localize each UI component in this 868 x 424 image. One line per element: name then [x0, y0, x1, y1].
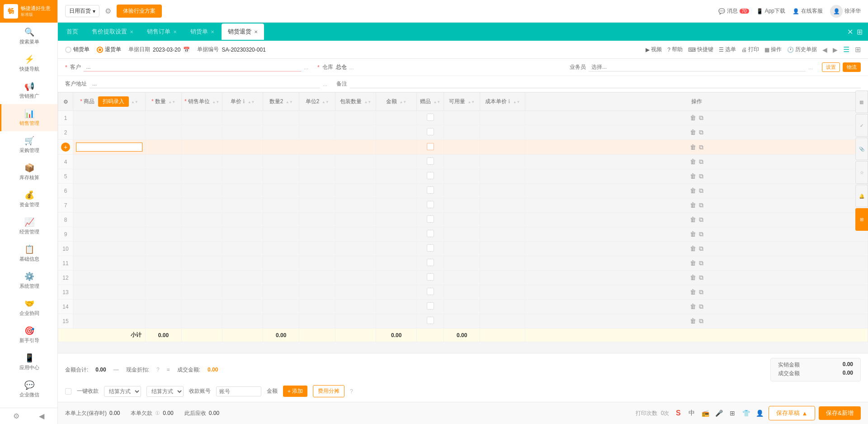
gift-checkbox-15[interactable]	[427, 317, 434, 324]
app-download-btn[interactable]: 📱 App下载	[756, 7, 785, 15]
tab-menu-icon[interactable]: ⊞	[857, 28, 863, 36]
row-3-unit[interactable]	[182, 140, 222, 155]
salesperson-input[interactable]	[589, 63, 806, 71]
price-info-icon[interactable]: ℹ	[243, 98, 245, 105]
discount-info-icon[interactable]: ?	[156, 367, 160, 373]
fee-help-icon[interactable]: ?	[350, 388, 353, 395]
tab-price-settings-close-icon[interactable]: ✕	[130, 29, 133, 34]
right-panel-btn-2[interactable]: ✓	[855, 114, 868, 137]
row-9-copy-icon[interactable]: ⧉	[699, 230, 703, 238]
gift-checkbox-6[interactable]	[427, 186, 434, 194]
row-6-delete-icon[interactable]: 🗑	[690, 187, 696, 195]
video-btn[interactable]: ▶ 视频	[646, 46, 662, 53]
amount-sort-icon[interactable]: ▲▼	[399, 100, 406, 104]
tab-close-all-icon[interactable]: ✕	[847, 28, 853, 36]
row-1-gift[interactable]	[417, 111, 444, 125]
one-key-payment-checkbox[interactable]	[65, 388, 71, 395]
row-2-unit[interactable]	[182, 125, 222, 140]
footer-icon-6[interactable]: 👕	[741, 408, 751, 419]
save-draft-button[interactable]: 保存草稿 ▲	[769, 406, 815, 420]
right-panel-btn-5[interactable]: 🔔	[855, 185, 868, 207]
row-3-copy-icon[interactable]: ⧉	[699, 143, 703, 151]
sidebar-settings-icon[interactable]: ⚙	[13, 412, 19, 420]
select-order-btn[interactable]: ☰ 选单	[719, 46, 736, 53]
add-payment-button[interactable]: + 添加	[283, 386, 307, 397]
sidebar-collapse-icon[interactable]: ◀	[39, 412, 44, 420]
sidebar-item-shortcut[interactable]: ⚡ 快捷导航	[0, 50, 57, 77]
gear-settings-icon[interactable]: ⚙	[63, 99, 68, 105]
row-1-delete-icon[interactable]: 🗑	[690, 114, 696, 122]
sidebar-item-guide[interactable]: 🎯 新手引导	[0, 321, 57, 348]
calc-method-select[interactable]: 结算方式	[146, 386, 184, 397]
tab-home[interactable]: 首页	[60, 24, 85, 40]
settlement-method-select[interactable]: 结算方式	[104, 386, 141, 397]
user-profile-btn[interactable]: 👤 徐泽华	[830, 5, 861, 18]
history-btn[interactable]: 🕐 历史单据	[787, 46, 817, 53]
row-4-copy-icon[interactable]: ⧉	[699, 158, 703, 166]
row-2-gift[interactable]	[417, 125, 444, 140]
view-grid-icon[interactable]: ⊞	[855, 45, 861, 54]
row-2-delete-icon[interactable]: 🗑	[690, 129, 696, 136]
sidebar-item-operations[interactable]: 📈 经营管理	[0, 213, 57, 240]
save-new-button[interactable]: 保存&新增	[819, 406, 861, 420]
gift-checkbox-4[interactable]	[427, 157, 434, 165]
next-doc-icon[interactable]: ▶	[833, 46, 838, 53]
sidebar-item-wechat[interactable]: 💬 企业微信	[0, 376, 57, 403]
sidebar-item-apps[interactable]: 📱 应用中心	[0, 348, 57, 376]
price-sort-icon[interactable]: ▲▼	[248, 100, 255, 104]
row-8-copy-icon[interactable]: ⧉	[699, 216, 703, 224]
tab-sales-return-close-icon[interactable]: ✕	[254, 29, 258, 34]
row-2-amount[interactable]	[376, 125, 417, 140]
remark-input[interactable]	[350, 80, 861, 88]
unit2-sort-icon[interactable]: ▲▼	[322, 100, 329, 104]
gift-checkbox-2[interactable]	[427, 128, 434, 135]
logistics-button[interactable]: 物流	[843, 62, 861, 72]
gift-checkbox-12[interactable]	[427, 273, 434, 281]
tab-sales-order[interactable]: 销售订单 ✕	[141, 24, 183, 40]
cost-sort-icon[interactable]: ▲▼	[513, 100, 520, 104]
gift-checkbox-7[interactable]	[427, 201, 434, 208]
cost-info-icon[interactable]: ℹ	[508, 98, 510, 105]
right-panel-btn-3[interactable]: 📎	[855, 138, 868, 160]
print-btn[interactable]: 🖨 打印	[741, 46, 759, 53]
settings-button[interactable]: 设置	[822, 62, 840, 72]
gift-checkbox-10[interactable]	[427, 244, 434, 252]
goods-sort-icon[interactable]: ▲▼	[131, 100, 138, 104]
row-1-copy-icon[interactable]: ⧉	[699, 114, 703, 122]
row-3-goods[interactable]	[73, 140, 146, 155]
sidebar-item-marketing[interactable]: 📢 营销推广	[0, 77, 57, 104]
avail-sort-icon[interactable]: ▲▼	[467, 100, 475, 104]
row-7-copy-icon[interactable]: ⧉	[699, 201, 703, 209]
row-10-delete-icon[interactable]: 🗑	[690, 245, 696, 252]
row-12-delete-icon[interactable]: 🗑	[690, 274, 696, 281]
operation-btn[interactable]: ▦ 操作	[764, 46, 782, 53]
sidebar-item-purchase[interactable]: 🛒 采购管理	[0, 131, 57, 158]
row-2-qty2[interactable]	[263, 125, 299, 140]
radio-return[interactable]: 退货单	[97, 46, 121, 53]
gift-checkbox-5[interactable]	[427, 172, 434, 179]
row-1-available[interactable]	[444, 111, 480, 125]
row-13-copy-icon[interactable]: ⧉	[699, 288, 703, 296]
footer-icon-5[interactable]: ⊞	[727, 408, 738, 419]
row-4-delete-icon[interactable]: 🗑	[690, 158, 696, 166]
topbar-industry-select[interactable]: 日用百货 ▾	[65, 5, 99, 17]
add-row-button[interactable]: +	[61, 143, 70, 152]
gift-sort-icon[interactable]: ▲▼	[433, 100, 440, 104]
topbar-gear-icon[interactable]: ⚙	[105, 7, 111, 15]
trial-plan-button[interactable]: 体验行业方案	[117, 5, 162, 18]
shortcut-btn[interactable]: ⌨ 快捷键	[688, 46, 713, 53]
right-panel-btn-6-active[interactable]: ⊞	[855, 208, 868, 231]
row-12-copy-icon[interactable]: ⧉	[699, 274, 703, 281]
tab-sales-return[interactable]: 销货退货 ✕	[222, 24, 264, 40]
row-1-qty[interactable]	[146, 111, 182, 125]
account-input[interactable]	[216, 386, 261, 396]
fee-split-button[interactable]: 费用分摊	[313, 385, 344, 397]
calendar-icon[interactable]: 📅	[183, 47, 190, 53]
row-11-delete-icon[interactable]: 🗑	[690, 259, 696, 267]
radio-sales[interactable]: 销货单	[65, 46, 90, 53]
sidebar-item-finance[interactable]: 💰 资金管理	[0, 186, 57, 213]
row-3-delete-icon[interactable]: 🗑	[690, 143, 696, 151]
sidebar-item-member[interactable]: 👑 畅会员	[0, 403, 57, 408]
message-btn[interactable]: 💬 消息 70	[718, 7, 749, 15]
row-3-amount[interactable]	[376, 140, 417, 155]
